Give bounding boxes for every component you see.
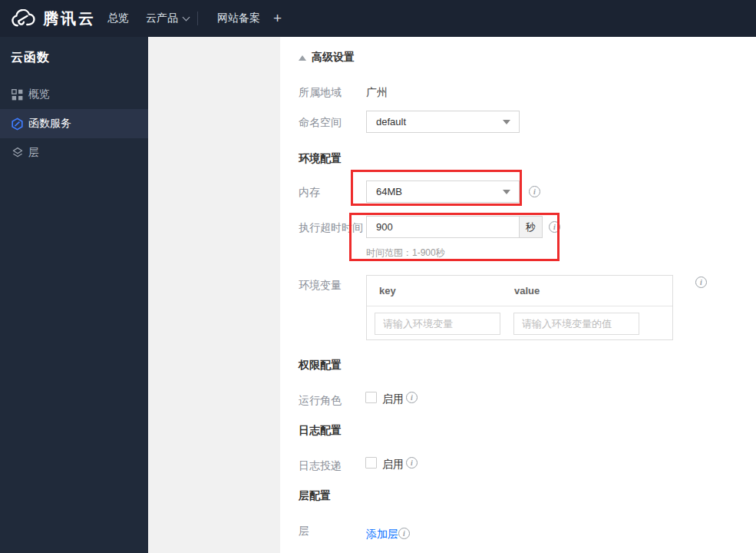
sidebar-item-layers[interactable]: 层 xyxy=(0,138,148,167)
triangle-up-icon xyxy=(299,55,306,61)
caret-down-icon xyxy=(503,190,510,194)
env-var-key-input[interactable] xyxy=(375,313,500,335)
section-layer-config: 层配置 xyxy=(299,488,331,503)
timeout-range-hint: 时间范围：1-900秒 xyxy=(366,247,445,260)
cloud-logo-icon xyxy=(11,9,36,28)
timeout-input[interactable] xyxy=(366,216,520,238)
add-layer-link[interactable]: 添加层 xyxy=(366,528,398,541)
log-delivery-label: 日志投递 xyxy=(299,458,342,473)
run-role-enable-label[interactable]: 启用 xyxy=(382,392,404,405)
tencent-cloud-logo[interactable]: 腾讯云 xyxy=(11,0,96,37)
function-config-form: 高级设置 所属地域 广州 命名空间 default 环境配置 内存 64MB 执… xyxy=(280,37,756,553)
sidebar-item-label: 概览 xyxy=(28,88,50,101)
timeout-unit-suffix: 秒 xyxy=(520,216,543,238)
namespace-select[interactable]: default xyxy=(366,111,520,133)
sidebar-item-label: 层 xyxy=(28,146,39,160)
env-vars-table-header: key value xyxy=(367,276,672,306)
section-env-config: 环境配置 xyxy=(299,151,342,166)
sidebar-item-overview[interactable]: 概览 xyxy=(0,80,148,109)
memory-select[interactable]: 64MB xyxy=(366,180,520,203)
run-role-enable-checkbox[interactable] xyxy=(365,392,377,403)
log-delivery-enable-label[interactable]: 启用 xyxy=(382,458,404,470)
sidebar-title: 云函数 xyxy=(11,50,50,66)
nav-add-button[interactable]: + xyxy=(273,0,282,37)
grid-dashboard-icon xyxy=(11,88,24,101)
log-delivery-info-icon[interactable] xyxy=(406,457,418,469)
env-vars-info-icon[interactable] xyxy=(695,276,707,288)
add-layer-info-icon[interactable] xyxy=(398,528,410,539)
env-var-value-input[interactable] xyxy=(513,313,639,335)
chevron-down-icon xyxy=(183,13,190,21)
nav-cloud-products[interactable]: 云产品 xyxy=(146,0,189,37)
env-vars-table: key value xyxy=(366,275,673,340)
region-value: 广州 xyxy=(366,84,388,100)
timeout-info-icon[interactable] xyxy=(549,221,560,233)
layers-icon xyxy=(11,147,24,160)
function-hexagon-icon xyxy=(11,118,24,131)
sidebar-item-label: 函数服务 xyxy=(28,117,71,131)
key-column-header: key xyxy=(379,285,396,296)
namespace-label: 命名空间 xyxy=(299,114,342,130)
sidebar-item-function-service[interactable]: 函数服务 xyxy=(0,109,148,138)
nav-icp-filing[interactable]: 网站备案 xyxy=(217,0,260,37)
timeout-label: 执行超时时间 xyxy=(299,220,363,235)
memory-selected-value: 64MB xyxy=(376,186,402,197)
logo-text: 腾讯云 xyxy=(43,8,96,29)
top-navbar: 腾讯云 总览 云产品 网站备案 + xyxy=(0,0,756,37)
section-permission-config: 权限配置 xyxy=(299,357,342,373)
nav-divider xyxy=(197,12,198,25)
run-role-label: 运行角色 xyxy=(299,392,342,408)
log-delivery-enable-checkbox[interactable] xyxy=(365,457,377,469)
sidebar: 云函数 概览 函数服务 层 xyxy=(0,37,148,553)
namespace-selected-value: default xyxy=(376,116,406,127)
memory-info-icon[interactable] xyxy=(529,186,540,197)
region-label: 所属地域 xyxy=(299,84,342,100)
value-column-header: value xyxy=(514,285,540,296)
advanced-settings-label: 高级设置 xyxy=(312,51,355,65)
section-log-config: 日志配置 xyxy=(299,422,342,438)
layer-label: 层 xyxy=(299,523,309,538)
advanced-settings-toggle[interactable]: 高级设置 xyxy=(299,51,355,65)
caret-down-icon xyxy=(503,120,510,124)
collapsed-list-panel xyxy=(148,37,280,553)
run-role-info-icon[interactable] xyxy=(406,392,418,403)
env-vars-label: 环境变量 xyxy=(299,277,342,293)
memory-label: 内存 xyxy=(299,184,320,200)
nav-overview[interactable]: 总览 xyxy=(107,0,129,37)
